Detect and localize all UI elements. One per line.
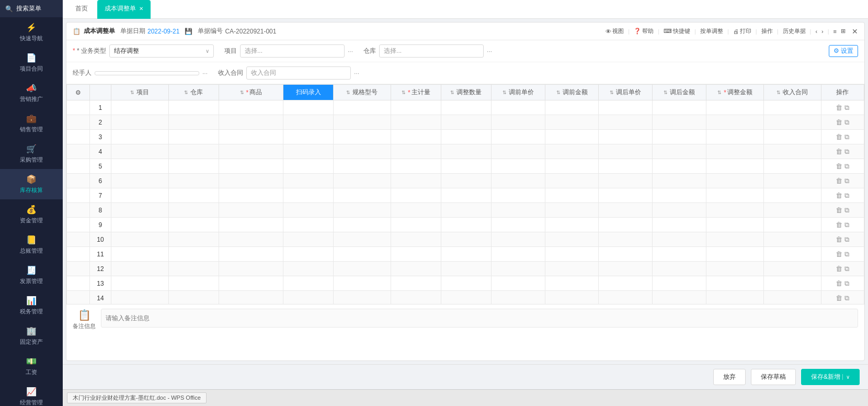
row-adj-amt-cell[interactable] <box>706 144 764 159</box>
row-after-amt-cell[interactable] <box>653 100 706 115</box>
row-project-cell[interactable] <box>111 276 169 291</box>
sidebar-item-quick-nav[interactable]: ⚡ 快速导航 <box>0 17 63 48</box>
row-after-price-cell[interactable] <box>599 174 653 188</box>
sidebar-search[interactable]: 🔍 搜索菜单 <box>0 0 63 17</box>
tab-home[interactable]: 首页 <box>68 0 95 19</box>
row-before-price-cell[interactable] <box>491 291 545 304</box>
row-adj-amt-cell[interactable] <box>706 159 764 174</box>
row-warehouse-cell[interactable] <box>168 174 219 188</box>
row-unit-cell[interactable] <box>391 130 441 144</box>
warehouse-input[interactable]: 选择... <box>379 44 484 58</box>
row-before-price-cell[interactable] <box>491 276 545 291</box>
copy-row-btn[interactable]: ⧉ <box>844 294 849 302</box>
layout-btn[interactable]: ≡ <box>833 28 837 35</box>
row-unit-cell[interactable] <box>391 262 441 276</box>
sidebar-item-ops-mgmt[interactable]: 📈 经营管理 <box>0 381 63 406</box>
row-before-price-cell[interactable] <box>491 100 545 115</box>
th-warehouse[interactable]: ⇅仓库 <box>168 85 219 100</box>
row-before-price-cell[interactable] <box>491 130 545 144</box>
row-spec-cell[interactable] <box>334 276 391 291</box>
row-unit-cell[interactable] <box>391 276 441 291</box>
row-after-amt-cell[interactable] <box>653 218 706 232</box>
row-adj-qty-cell[interactable] <box>441 291 491 304</box>
notes-input[interactable] <box>101 309 858 328</box>
row-after-price-cell[interactable] <box>599 159 653 174</box>
row-before-amt-cell[interactable] <box>545 115 599 130</box>
row-unit-cell[interactable] <box>391 247 441 262</box>
row-adj-qty-cell[interactable] <box>441 159 491 174</box>
row-before-amt-cell[interactable] <box>545 144 599 159</box>
row-scan-cell[interactable] <box>283 115 334 130</box>
save-icon[interactable]: 💾 <box>185 28 192 35</box>
row-spec-cell[interactable] <box>334 144 391 159</box>
operation-btn[interactable]: 操作 <box>761 27 773 35</box>
row-before-price-cell[interactable] <box>491 144 545 159</box>
row-project-cell[interactable] <box>111 144 169 159</box>
row-spec-cell[interactable] <box>334 262 391 276</box>
row-adj-qty-cell[interactable] <box>441 276 491 291</box>
th-goods[interactable]: ⇅*商品 <box>219 85 283 100</box>
sidebar-item-ledger-mgmt[interactable]: 📒 总账管理 <box>0 230 63 260</box>
row-warehouse-cell[interactable] <box>168 130 219 144</box>
sidebar-item-project-contract[interactable]: 📄 项目合同 <box>0 48 63 78</box>
row-warehouse-cell[interactable] <box>168 115 219 130</box>
delete-row-btn[interactable]: 🗑 <box>836 104 842 111</box>
row-adj-amt-cell[interactable] <box>706 203 764 218</box>
row-after-amt-cell[interactable] <box>653 291 706 304</box>
row-goods-cell[interactable] <box>219 291 283 304</box>
discard-button[interactable]: 放弃 <box>713 369 746 385</box>
row-unit-cell[interactable] <box>391 159 441 174</box>
row-goods-cell[interactable] <box>219 218 283 232</box>
history-btn[interactable]: 历史单据 <box>783 27 806 35</box>
row-goods-cell[interactable] <box>219 247 283 262</box>
row-after-price-cell[interactable] <box>599 203 653 218</box>
biz-type-input[interactable]: 结存调整 ∨ <box>109 44 214 58</box>
row-before-amt-cell[interactable] <box>545 232 599 247</box>
copy-row-btn[interactable]: ⧉ <box>844 118 849 127</box>
row-warehouse-cell[interactable] <box>168 262 219 276</box>
row-warehouse-cell[interactable] <box>168 232 219 247</box>
row-scan-cell[interactable] <box>283 232 334 247</box>
delete-row-btn[interactable]: 🗑 <box>836 118 842 126</box>
row-spec-cell[interactable] <box>334 130 391 144</box>
row-adj-qty-cell[interactable] <box>441 144 491 159</box>
row-project-cell[interactable] <box>111 203 169 218</box>
row-before-price-cell[interactable] <box>491 174 545 188</box>
help-btn[interactable]: ❓ 帮助 <box>634 27 654 35</box>
sidebar-item-purchase-mgmt[interactable]: 🛒 采购管理 <box>0 139 63 169</box>
row-before-amt-cell[interactable] <box>545 276 599 291</box>
close-form-btn[interactable]: ✕ <box>852 27 858 36</box>
row-unit-cell[interactable] <box>391 232 441 247</box>
sidebar-item-fixed-assets[interactable]: 🏢 固定资产 <box>0 321 63 351</box>
row-project-cell[interactable] <box>111 247 169 262</box>
row-goods-cell[interactable] <box>219 203 283 218</box>
th-after-amt[interactable]: ⇅调后金额 <box>653 85 706 100</box>
row-income-cell[interactable] <box>763 262 821 276</box>
tab-cost-adjust[interactable]: 成本调整单 ✕ <box>97 0 151 19</box>
row-project-cell[interactable] <box>111 218 169 232</box>
row-after-price-cell[interactable] <box>599 130 653 144</box>
save-draft-button[interactable]: 保存草稿 <box>751 369 796 385</box>
row-warehouse-cell[interactable] <box>168 188 219 203</box>
sidebar-item-tax-mgmt[interactable]: 📊 税务管理 <box>0 290 63 321</box>
row-project-cell[interactable] <box>111 232 169 247</box>
row-after-amt-cell[interactable] <box>653 174 706 188</box>
row-adj-qty-cell[interactable] <box>441 203 491 218</box>
row-after-price-cell[interactable] <box>599 218 653 232</box>
row-scan-cell[interactable] <box>283 188 334 203</box>
row-project-cell[interactable] <box>111 188 169 203</box>
row-warehouse-cell[interactable] <box>168 144 219 159</box>
row-after-amt-cell[interactable] <box>653 130 706 144</box>
copy-row-btn[interactable]: ⧉ <box>844 265 849 273</box>
row-after-price-cell[interactable] <box>599 188 653 203</box>
tab-close-icon[interactable]: ✕ <box>139 6 143 12</box>
sidebar-item-sales-promo[interactable]: 📣 营销推广 <box>0 78 63 108</box>
th-spec[interactable]: ⇅规格型号 <box>334 85 391 100</box>
delete-row-btn[interactable]: 🗑 <box>836 191 842 199</box>
row-after-price-cell[interactable] <box>599 232 653 247</box>
row-spec-cell[interactable] <box>334 232 391 247</box>
shortcut-btn[interactable]: ⌨ 快捷键 <box>664 27 690 35</box>
th-scan[interactable]: 扫码录入 <box>283 85 334 100</box>
row-unit-cell[interactable] <box>391 218 441 232</box>
row-scan-cell[interactable] <box>283 203 334 218</box>
